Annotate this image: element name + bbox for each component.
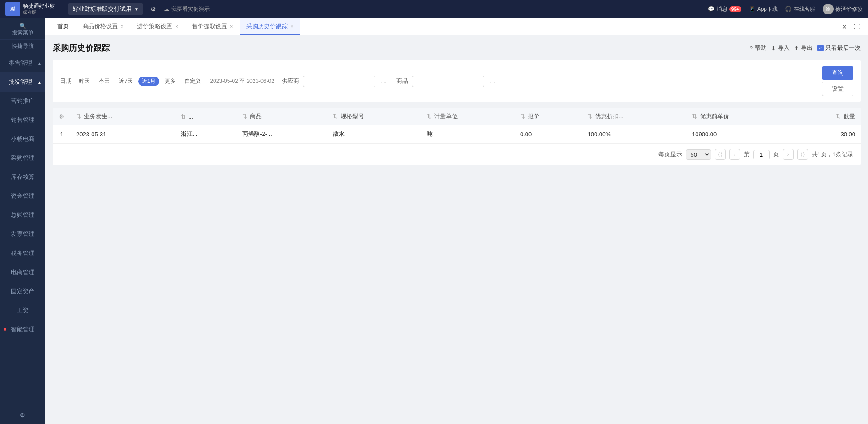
sidebar-item-purchase[interactable]: 采购管理 — [0, 149, 45, 168]
supplier-more-icon[interactable]: … — [379, 77, 389, 85]
per-page-label: 每页显示 — [658, 150, 682, 159]
top-bar-right: 💬 消息 99+ 📱 App下载 🎧 在线客服 徐 徐泽华修改 — [708, 4, 863, 14]
last-page-btn[interactable]: ⟩⟩ — [797, 149, 808, 160]
sort-icon[interactable]: ⇅ — [692, 113, 697, 120]
notification-dot — [4, 328, 6, 331]
chevron-down-icon: ▼ — [134, 7, 139, 12]
sidebar-gear-btn[interactable]: ⚙ — [0, 406, 45, 424]
close-tab-purchase-history[interactable]: × — [290, 24, 293, 29]
date-opt-yesterday[interactable]: 昨天 — [75, 77, 93, 86]
date-range-display: 2023-05-02 至 2023-06-02 — [210, 77, 274, 85]
sidebar-item-general-ledger[interactable]: 总账管理 — [0, 206, 45, 225]
chevron-icon: ▲ — [37, 80, 42, 85]
message-icon: 💬 — [708, 6, 715, 12]
supplier-label: 供应商 — [282, 77, 299, 85]
date-opt-today[interactable]: 今天 — [95, 77, 113, 86]
tab-purchase-strategy[interactable]: 进价策略设置 × — [131, 18, 184, 35]
tab-home[interactable]: 首页 — [51, 18, 75, 35]
sidebar-item-wholesale[interactable]: 批发管理 ▲ — [0, 72, 45, 92]
sidebar-item-fixed-assets[interactable]: 固定资产 — [0, 282, 45, 301]
sidebar-item-retail[interactable]: 零售管理 ▲ — [0, 53, 45, 72]
tab-purchase-history[interactable]: 采购历史价跟踪 × — [240, 18, 299, 35]
tab-sale-price[interactable]: 售价提取设置 × — [185, 18, 239, 35]
online-service-btn[interactable]: 🎧 在线客服 — [785, 5, 815, 13]
help-btn[interactable]: ? 帮助 — [750, 44, 766, 52]
demo-button[interactable]: ☁ 我要看实例演示 — [163, 5, 210, 13]
table-section: ⚙ ⇅ 业务发生... ⇅ ... ⇅ — [53, 108, 861, 165]
messages-btn[interactable]: 💬 消息 99+ — [708, 5, 741, 13]
sidebar-quick-nav[interactable]: 快捷导航 — [0, 40, 45, 53]
sidebar-item-marketing[interactable]: 营销推广 — [0, 92, 45, 111]
headset-icon: 🎧 — [785, 6, 792, 12]
data-table: ⚙ ⇅ 业务发生... ⇅ ... ⇅ — [53, 108, 861, 143]
product-selector[interactable]: 好业财标准版交付试用 ▼ — [68, 3, 143, 15]
sort-icon[interactable]: ⇅ — [587, 113, 592, 120]
col-spec: ⇅ 规格型号 — [327, 108, 421, 125]
sidebar-item-tax[interactable]: 税务管理 — [0, 244, 45, 263]
chevron-icon: ▲ — [37, 61, 42, 66]
sort-icon[interactable]: ⇅ — [836, 113, 841, 120]
supplier-filter: 供应商 … — [282, 76, 389, 87]
date-opt-last1m[interactable]: 近1月 — [138, 77, 160, 86]
sidebar-item-inventory[interactable]: 库存核算 — [0, 168, 45, 187]
sort-icon[interactable]: ⇅ — [181, 113, 186, 120]
product-input[interactable] — [412, 76, 484, 87]
sidebar-search[interactable]: 🔍 搜索菜单 — [0, 18, 45, 40]
close-tab-sale-price[interactable]: × — [230, 24, 233, 29]
only-last-checkbox[interactable]: ✓ 只看最后一次 — [817, 44, 861, 52]
first-page-btn[interactable]: ⟨⟨ — [715, 149, 726, 160]
close-tab-purchase-strategy[interactable]: × — [175, 24, 178, 29]
maximize-tab-btn[interactable]: ⛶ — [852, 21, 863, 32]
cell-company: 浙江... — [176, 125, 237, 143]
import-btn[interactable]: ⬇ 导入 — [771, 44, 790, 52]
cell-discount-rate: 100.00% — [582, 125, 687, 143]
date-opt-more[interactable]: 更多 — [161, 77, 179, 86]
next-page-btn[interactable]: › — [783, 149, 794, 160]
filter-section: 日期 昨天 今天 近7天 近1月 更多 自定义 2023-05-02 至 202… — [53, 60, 861, 102]
date-options: 昨天 今天 近7天 近1月 更多 自定义 — [75, 77, 205, 86]
cell-index: 1 — [53, 125, 71, 143]
sort-icon[interactable]: ⇅ — [242, 113, 247, 120]
sidebar-item-ecommerce-small[interactable]: 小畅电商 — [0, 130, 45, 149]
date-opt-last7[interactable]: 近7天 — [115, 77, 137, 86]
export-btn[interactable]: ⬆ 导出 — [794, 44, 813, 52]
date-opt-custom[interactable]: 自定义 — [181, 77, 205, 86]
total-info: 共1页，1条记录 — [812, 150, 853, 159]
page-size-select[interactable]: 50 100 200 — [686, 149, 711, 160]
sort-icon[interactable]: ⇅ — [76, 113, 81, 120]
app-download-btn[interactable]: 📱 App下载 — [749, 5, 778, 13]
supplier-input[interactable] — [303, 76, 375, 87]
page-number-input[interactable] — [753, 150, 770, 159]
sort-icon[interactable]: ⇅ — [333, 113, 338, 120]
query-button[interactable]: 查询 — [822, 66, 853, 80]
sidebar-item-sales[interactable]: 销售管理 — [0, 111, 45, 130]
col-settings[interactable]: ⚙ — [53, 108, 71, 125]
sort-icon[interactable]: ⇅ — [427, 113, 432, 120]
col-quantity: ⇅ 数量 — [793, 108, 861, 125]
product-settings-icon[interactable]: ⚙ — [147, 3, 160, 15]
sidebar-item-invoice[interactable]: 发票管理 — [0, 225, 45, 244]
tab-product-price[interactable]: 商品价格设置 × — [76, 18, 130, 35]
cell-date: 2023-05-31 — [71, 125, 176, 143]
close-tab-product-price[interactable]: × — [121, 24, 123, 29]
page-title: 采购历史价跟踪 — [53, 43, 110, 53]
top-bar-left: 财 畅捷通好业财 标准版 好业财标准版交付试用 ▼ ⚙ ☁ 我要看实例演示 — [5, 2, 210, 16]
cell-spec: 散水 — [327, 125, 421, 143]
close-tab-btn[interactable]: ✕ — [839, 21, 850, 32]
sidebar-item-ecommerce[interactable]: 电商管理 — [0, 263, 45, 282]
export-icon: ⬆ — [794, 45, 799, 52]
sidebar-item-salary[interactable]: 工资 — [0, 301, 45, 320]
product-label: 商品 — [396, 77, 408, 85]
user-profile-btn[interactable]: 徐 徐泽华修改 — [823, 4, 863, 14]
col-pre-discount-price: ⇅ 优惠前单价 — [687, 108, 793, 125]
prev-page-btn[interactable]: ‹ — [729, 149, 740, 160]
sort-icon[interactable]: ⇅ — [520, 113, 525, 120]
cell-unit: 吨 — [421, 125, 515, 143]
cell-product: 丙烯酸-2-... — [237, 125, 327, 143]
settings-button[interactable]: 设置 — [822, 82, 853, 96]
cell-quote: 0.00 — [515, 125, 582, 143]
product-more-icon[interactable]: … — [488, 77, 498, 85]
table-row: 1 2023-05-31 浙江... 丙烯酸-2-... 散水 吨 0.00 1… — [53, 125, 861, 143]
sidebar-item-smart-mgmt[interactable]: 智能管理 — [0, 320, 45, 339]
sidebar-item-finance[interactable]: 资金管理 — [0, 187, 45, 206]
